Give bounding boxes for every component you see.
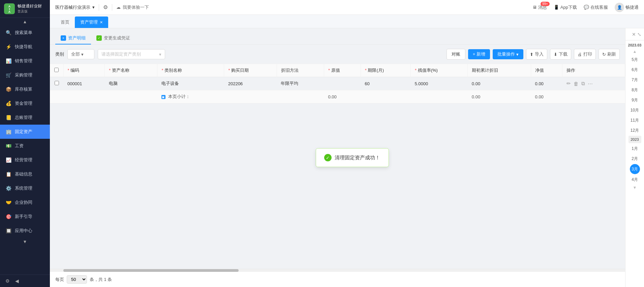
sidebar-item-search[interactable]: 🔍 搜索菜单 (0, 26, 50, 40)
print-icon: 🖨 (578, 52, 582, 57)
sidebar-item-payroll[interactable]: 💵 工资 (0, 139, 50, 153)
quicknav-icon: ⚡ (5, 44, 11, 50)
th-category: 类别名称 (157, 64, 224, 77)
online-service-button[interactable]: 💬 在线客服 (584, 4, 608, 10)
subtotal-label: ▣ 本页小计： (161, 94, 190, 99)
cal-year-2023[interactable]: 2023 (628, 136, 641, 143)
subtotal-row: ▣ 本页小计： 0.00 0.00 0.00 (50, 90, 625, 103)
message-badge: 99+ (541, 2, 550, 6)
row-purchase-date: 202206 (224, 77, 277, 90)
sidebar-scroll-up[interactable]: ▲ (0, 18, 50, 26)
sidebar-item-sales[interactable]: 📊 销售管理 (0, 54, 50, 68)
sidebar-item-appstore[interactable]: 🔲 应用中心 (0, 224, 50, 238)
logo-sub: 普及版 (18, 9, 42, 14)
sidebar-scroll-down[interactable]: ▼ (0, 238, 50, 246)
th-code: 编码 (63, 64, 105, 77)
guide-icon: 🎯 (5, 214, 11, 220)
total-label: 条，共 1 条 (90, 277, 112, 283)
th-accumulated: 期初累计折旧 (468, 64, 531, 77)
sidebar-item-quicknav[interactable]: ⚡ 快捷导航 (0, 40, 50, 54)
th-purchase-date: 购买日期 (224, 64, 277, 77)
sidebar-item-system[interactable]: ⚙️ 系统管理 (0, 181, 50, 195)
tab-close-icon[interactable]: ✕ (100, 20, 103, 25)
calendar-up-arrow[interactable]: ▲ (632, 49, 638, 55)
toolbar-right: 对账 + 新增 批量操作 ▾ ⬆ 导入 ⬇ 下载 (447, 49, 620, 60)
table-row: 000001 电脑 电子设备 202206 年限平均 60 5.0000 0.0… (50, 77, 625, 90)
sidebar: AtA 畅捷通好业财 普及版 ▲ 🔍 搜索菜单 ⚡ 快捷导航 📊 销售管理 🛒 … (0, 0, 50, 287)
success-message: 清理固定资产成功！ (335, 155, 380, 161)
tab-assets[interactable]: 资产管理 ✕ (75, 17, 108, 28)
row-checkbox[interactable] (55, 81, 59, 85)
filter-category-default-select[interactable]: 全部 ▾ (67, 49, 94, 59)
reconcile-button[interactable]: 对账 (447, 49, 465, 60)
horizontal-scrollbar[interactable] (50, 269, 625, 272)
sidebar-item-basicinfo[interactable]: 📋 基础信息 (0, 167, 50, 181)
cal-month-12[interactable]: 12月 (628, 126, 641, 135)
refresh-button[interactable]: ↻ 刷新 (599, 49, 620, 60)
sidebar-item-ledger[interactable]: 📒 总账管理 (0, 110, 50, 125)
batch-button[interactable]: 批量操作 ▾ (493, 49, 523, 59)
sidebar-item-purchase[interactable]: 🛒 采购管理 (0, 68, 50, 82)
inventory-icon: 📦 (5, 86, 11, 92)
row-period: 60 (361, 77, 410, 90)
more-icon[interactable]: ⋯ (588, 81, 593, 87)
cal-month-3-current[interactable]: 3月 (630, 164, 640, 174)
select-all-checkbox[interactable] (54, 68, 59, 72)
cal-month-9[interactable]: 9月 (628, 95, 641, 105)
download-button[interactable]: ⬇ 下载 (550, 49, 571, 60)
cal-month-11[interactable]: 11月 (628, 116, 641, 125)
company-selector[interactable]: 医疗器械行业演示 ▾ (55, 4, 95, 10)
add-button[interactable]: + 新增 (468, 49, 490, 59)
sidebar-item-inventory[interactable]: 📦 库存核算 (0, 82, 50, 96)
calendar-header: ✕ ⤡ (625, 28, 644, 40)
calendar-down-arrow[interactable]: ▼ (632, 185, 638, 191)
row-net-value: 0.00 (531, 77, 562, 90)
calendar-close-icon[interactable]: ✕ (632, 32, 636, 37)
content-body: ≡ 资产明细 ✓ 变更生成凭证 类别 全部 ▾ 请选择固定资产类别 ▾ (50, 28, 625, 287)
settings-icon[interactable]: ⚙ (5, 278, 10, 284)
sidebar-item-capital[interactable]: 💰 资金管理 (0, 96, 50, 110)
topbar-gear-icon[interactable]: ⚙ (103, 4, 108, 10)
cal-month-5[interactable]: 5月 (628, 55, 641, 64)
copy-icon[interactable]: ⧉ (581, 81, 585, 87)
filter-category-select[interactable]: 请选择固定资产类别 ▾ (98, 49, 165, 59)
horizontal-scroll-thumb[interactable] (63, 269, 239, 272)
row-depreciation-method: 年限平均 (277, 77, 324, 90)
pagination-bar: 每页 50 100 200 条，共 1 条 (50, 272, 625, 287)
cal-month-4[interactable]: 4月 (628, 175, 641, 184)
refresh-icon: ↻ (602, 52, 606, 57)
cal-month-7[interactable]: 7月 (628, 75, 641, 85)
edit-icon[interactable]: ✏ (566, 81, 571, 87)
collapse-icon[interactable]: ◀ (15, 278, 19, 284)
subtotal-original: 0.00 (324, 90, 361, 103)
filter-category-dropdown-icon: ▾ (159, 52, 161, 57)
delete-icon[interactable]: 🗑 (574, 81, 579, 87)
message-button[interactable]: 🖥 消息 99+ (532, 4, 547, 10)
user-menu[interactable]: 👤 畅捷通 (615, 3, 639, 12)
cal-month-2[interactable]: 2月 (628, 154, 641, 163)
experience-button[interactable]: ☁ 我要体验一下 (116, 4, 149, 10)
logo-text: 畅捷通好业财 (18, 4, 42, 9)
tab-home[interactable]: 首页 (55, 17, 75, 28)
cal-month-1[interactable]: 1月 (628, 144, 641, 153)
sidebar-item-operations[interactable]: 📈 经营管理 (0, 153, 50, 167)
th-name: 资产名称 (105, 64, 157, 77)
import-button[interactable]: ⬆ 导入 (526, 49, 547, 60)
change-voucher-icon: ✓ (96, 35, 102, 41)
sidebar-item-assets[interactable]: 🏢 固定资产 (0, 125, 50, 139)
calendar-expand-icon[interactable]: ⤡ (637, 32, 641, 37)
row-actions: ✏ 🗑 ⧉ ⋯ (562, 77, 625, 90)
print-button[interactable]: 🖨 打印 (574, 49, 596, 60)
per-page-select[interactable]: 50 100 200 (67, 275, 87, 284)
cal-month-10[interactable]: 10月 (628, 105, 641, 115)
sales-icon: 📊 (5, 58, 11, 64)
subtotal-net: 0.00 (531, 90, 562, 103)
cal-month-8[interactable]: 8月 (628, 85, 641, 95)
ledger-icon: 📒 (5, 115, 11, 121)
sidebar-item-cooperation[interactable]: 🤝 企业协同 (0, 195, 50, 210)
sidebar-item-guide[interactable]: 🎯 新手引导 (0, 210, 50, 224)
inner-tab-change-voucher[interactable]: ✓ 变更生成凭证 (91, 32, 135, 44)
app-download-button[interactable]: 📱 App下载 (554, 4, 577, 10)
inner-tab-asset-detail[interactable]: ≡ 资产明细 (55, 32, 91, 44)
cal-month-6[interactable]: 6月 (628, 65, 641, 74)
